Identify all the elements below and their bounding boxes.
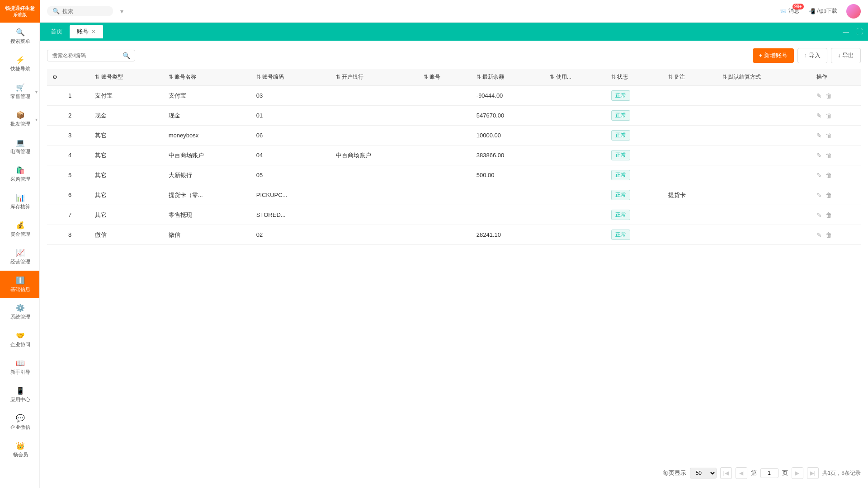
edit-icon-6[interactable]: ✎ (816, 211, 822, 219)
sidebar-item-basic-info[interactable]: ℹ️ 基础信息 (0, 271, 39, 298)
account-search-box[interactable]: 🔍 (47, 50, 135, 61)
page-suffix: 页 (782, 469, 788, 477)
app-download-button[interactable]: 📲 App下载 (808, 7, 837, 15)
sidebar-item-new-guide[interactable]: 📖 新手引导 (0, 353, 39, 381)
sidebar-item-finance-mgmt[interactable]: 💰 资金管理 (0, 216, 39, 243)
toolbar-right: + 新增账号 ↑ 导入 ↓ 导出 (753, 48, 861, 63)
tab-minimize-icon[interactable]: — (841, 26, 851, 37)
sidebar: 畅捷通好生意乐准版 🔍 搜索菜单 ⚡ 快捷导航 🛒 零售管理 ▾ 📦 批发管理 … (0, 0, 40, 488)
th-bank[interactable]: ⇅ 开户银行 (330, 69, 418, 86)
page-prev-btn[interactable]: ◀ (736, 467, 747, 479)
sidebar-item-wholesale-mgmt[interactable]: 📦 批发管理 ▾ (0, 105, 39, 133)
delete-icon-5[interactable]: 🗑 (826, 192, 832, 199)
cell-account-no-2 (418, 126, 471, 145)
th-usage[interactable]: ⇅ 使用... (544, 69, 606, 86)
th-settings[interactable]: ⚙ (47, 69, 63, 86)
th-remark[interactable]: ⇅ 备注 (663, 69, 717, 86)
cell-status-3: 正常 (606, 145, 663, 165)
edit-icon-5[interactable]: ✎ (816, 192, 822, 199)
sidebar-item-enterprise-agreement[interactable]: 🤝 企业协同 (0, 326, 39, 353)
ecommerce-icon: 💻 (16, 138, 25, 147)
sidebar-item-label-ops-mgmt: 经营管理 (10, 258, 30, 265)
ops-icon: 📈 (16, 249, 25, 257)
th-balance[interactable]: ⇅ 最新余额 (471, 69, 545, 86)
sidebar-item-search-menu[interactable]: 🔍 搜索菜单 (0, 23, 39, 50)
table-row: 7 其它 零售抵现 STORED... 正常 ✎ 🗑 (47, 205, 861, 225)
edit-icon-3[interactable]: ✎ (816, 152, 822, 159)
export-button[interactable]: ↓ 导出 (831, 48, 861, 63)
sidebar-item-purchase-mgmt[interactable]: 🛍️ 采购管理 (0, 160, 39, 188)
add-account-button[interactable]: + 新增账号 (753, 48, 794, 63)
cell-balance-1: 547670.00 (471, 106, 545, 126)
sidebar-item-quick-nav[interactable]: ⚡ 快捷导航 (0, 50, 39, 78)
add-account-label: + 新增账号 (759, 52, 788, 60)
sidebar-item-ops-mgmt[interactable]: 📈 经营管理 (0, 243, 39, 271)
top-header: 🔍 ▾ 📨 消息 99+ 📲 App下载 (40, 0, 868, 23)
user-avatar[interactable] (846, 4, 861, 19)
cell-account-type-3: 其它 (90, 145, 163, 165)
page-size-select[interactable]: 50 100 200 (690, 468, 717, 479)
sidebar-item-app-center[interactable]: 📱 应用中心 (0, 381, 39, 408)
sidebar-item-system-mgmt[interactable]: ⚙️ 系统管理 (0, 298, 39, 326)
cell-gear-3 (47, 145, 63, 165)
edit-icon-2[interactable]: ✎ (816, 132, 822, 139)
sidebar-item-retail-mgmt[interactable]: 🛒 零售管理 ▾ (0, 78, 39, 105)
page-last-btn[interactable]: ▶| (807, 467, 819, 479)
sidebar-nav: 🔍 搜索菜单 ⚡ 快捷导航 🛒 零售管理 ▾ 📦 批发管理 ▾ 💻 电商管理 🛍… (0, 23, 39, 464)
header-search-box[interactable]: 🔍 (47, 6, 113, 16)
sidebar-item-vip-member[interactable]: 👑 畅会员 (0, 436, 39, 464)
cell-account-no-4 (418, 165, 471, 185)
th-account-name[interactable]: ⇅ 账号名称 (163, 69, 251, 86)
cell-usage-1 (544, 106, 606, 126)
tab-home[interactable]: 首页 (43, 25, 70, 38)
delete-icon-1[interactable]: 🗑 (826, 112, 832, 119)
basic-info-icon: ℹ️ (16, 276, 25, 285)
header-search-input[interactable] (62, 8, 108, 14)
cell-account-name-4: 大新银行 (163, 165, 251, 185)
account-search-input[interactable] (52, 52, 120, 59)
cell-account-name-1: 现金 (163, 106, 251, 126)
delete-icon-3[interactable]: 🗑 (826, 152, 832, 159)
cell-num-6: 7 (63, 205, 90, 225)
sidebar-item-label-quick-nav: 快捷导航 (10, 66, 30, 72)
cell-default-settlement-2 (717, 126, 811, 145)
page-first-btn[interactable]: |◀ (720, 467, 732, 479)
vip-icon: 👑 (16, 441, 25, 450)
th-account-code[interactable]: ⇅ 账号编码 (251, 69, 330, 86)
cell-num-1: 2 (63, 106, 90, 126)
import-button[interactable]: ↑ 导入 (797, 48, 827, 63)
page-next-btn[interactable]: ▶ (792, 467, 803, 479)
delete-icon-2[interactable]: 🗑 (826, 132, 832, 139)
edit-icon-4[interactable]: ✎ (816, 172, 822, 179)
tab-account[interactable]: 账号 ✕ (70, 25, 103, 38)
edit-icon-0[interactable]: ✎ (816, 92, 822, 99)
sidebar-item-enterprise-wechat[interactable]: 💬 企业微信 (0, 408, 39, 436)
cell-gear-7 (47, 225, 63, 245)
app-download-label: App下载 (817, 7, 837, 15)
th-account-type[interactable]: ⇅ 账号类型 (90, 69, 163, 86)
cell-account-code-0: 03 (251, 86, 330, 106)
dropdown-chevron-icon[interactable]: ▾ (120, 8, 123, 15)
th-status[interactable]: ⇅ 状态 (606, 69, 663, 86)
delete-icon-6[interactable]: 🗑 (826, 211, 832, 219)
delete-icon-7[interactable]: 🗑 (826, 231, 832, 239)
page-number-input[interactable] (760, 468, 778, 478)
cell-num-0: 1 (63, 86, 90, 106)
cell-account-no-1 (418, 106, 471, 126)
cell-gear-6 (47, 205, 63, 225)
sidebar-item-ecommerce-mgmt[interactable]: 💻 电商管理 (0, 133, 39, 160)
msg-button[interactable]: 📨 消息 99+ (780, 7, 799, 15)
edit-icon-7[interactable]: ✎ (816, 231, 822, 239)
cell-bank-7 (330, 225, 418, 245)
edit-icon-1[interactable]: ✎ (816, 112, 822, 119)
delete-icon-0[interactable]: 🗑 (826, 92, 832, 99)
th-default-settlement[interactable]: ⇅ 默认结算方式 (717, 69, 811, 86)
th-account-no[interactable]: ⇅ 账号 (418, 69, 471, 86)
sidebar-item-inventory-calc[interactable]: 📊 库存核算 (0, 188, 39, 216)
table-row: 2 现金 现金 01 547670.00 正常 ✎ 🗑 (47, 106, 861, 126)
tab-maximize-icon[interactable]: ⛶ (854, 26, 864, 37)
tab-close-icon[interactable]: ✕ (91, 28, 96, 35)
cell-remark-4 (663, 165, 717, 185)
cell-remark-2 (663, 126, 717, 145)
delete-icon-4[interactable]: 🗑 (826, 172, 832, 179)
